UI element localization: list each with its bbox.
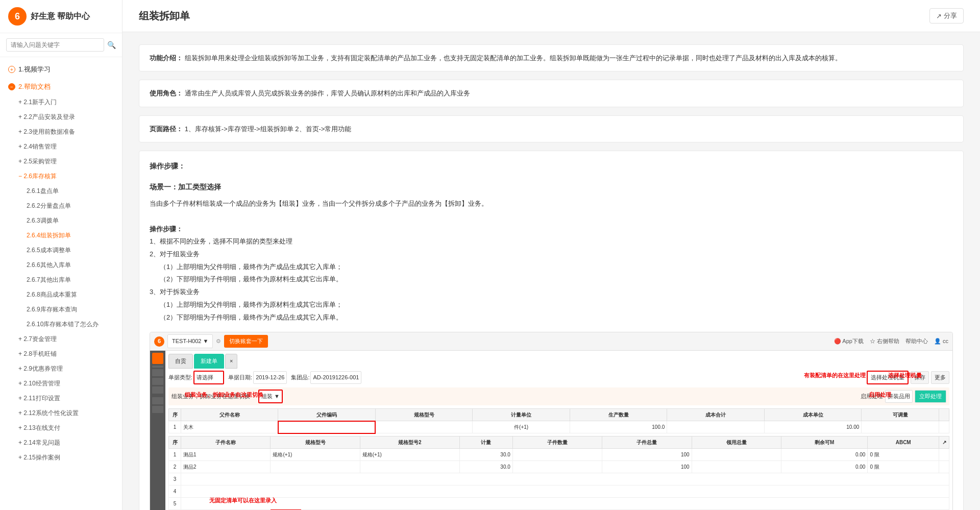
app-nav-item-3[interactable] [152,386,163,394]
td-row1-action [939,421,949,433]
td-c3-seq: 3 [169,473,181,485]
sidebar-item-mobile[interactable]: + 2.8手机旺铺 [0,347,122,361]
th-c-seq: 序 [169,436,181,448]
sidebar-item-ops[interactable]: + 2.10经营管理 [0,376,122,391]
share-button[interactable]: ↗ 分享 [929,8,964,23]
td-row1-code[interactable] [278,421,375,433]
sidebar-item-inventory[interactable]: − 2.6库存核算 [0,169,122,184]
sidebar-item-costadj[interactable]: 2.6.5成本调整单 [0,243,122,258]
app-save-btn[interactable]: 保存 [911,371,929,384]
app-top-icons: 🔴 App下载 ☆ 右侧帮助 帮助中心 👤 cc [834,336,948,347]
td-c2-remain: 0.00 [781,460,867,473]
app-assembly-select[interactable]: 组装 ▼ [258,390,283,403]
app-field-code-input[interactable]: AD-20191226-001 [310,371,361,384]
app-action-btns: 选择处理机量 保存 更多 [867,371,949,384]
sidebar-item-stocktake[interactable]: 2.6.1盘点单 [0,184,122,199]
sidebar-item-dataprep[interactable]: + 2.3使用前数据准备 [0,125,122,139]
app-field-type-input[interactable]: 请选择 [193,371,224,384]
sidebar-item-coupon[interactable]: + 2.9优惠券管理 [0,361,122,376]
share-label: 分享 [944,11,957,20]
app-company-select[interactable]: TEST-H002 ▼ [167,334,213,348]
page-title: 组装拆卸单 [139,9,190,23]
app-more-btn[interactable]: 更多 [931,371,949,384]
app-parent-table: 序 父件名称 父件编码 规格型号 计量单位 生产数量 成本合计 成本单位 可调量 [168,408,949,434]
th-c-unit: 计量 [460,436,513,448]
td-c2-action [939,460,949,473]
th-parent-code: 父件编码 [278,408,375,421]
td-c2-used [692,460,781,473]
sidebar: 6 好生意 帮助中心 🔍 + 1.视频学习 − 2.帮助文档 + 2.1新手入门 [0,0,122,510]
step2-1: （1）上部明细为父件明细，最终作为产成品生成其它入库单； [160,261,953,274]
app-field-code: 集团品: AD-20191226-001 [291,371,361,384]
sidebar-item-install-label: + 2.2产品安装及登录 [18,113,75,120]
th-c-ops: ↗ [939,436,949,448]
sidebar-item-assembly[interactable]: 2.6.4组装拆卸单 [0,228,122,243]
app-switch-btn[interactable]: 切换账套一下 [224,335,268,348]
app-process-btn[interactable]: 选择处理机量 [867,371,909,384]
td-row1-seq: 1 [169,421,181,433]
app-nav-item-5[interactable] [152,406,163,413]
app-tab-home[interactable]: 自贡 [168,354,193,369]
function-intro-label: 功能介绍： [150,54,183,62]
app-field-date-input[interactable]: 2019-12-26 [253,371,287,384]
sidebar-item-payment[interactable]: + 2.13在线支付 [0,421,122,435]
sidebar-item-newbie[interactable]: + 2.1新手入门 [0,95,122,110]
logo-text: 好生意 帮助中心 [31,11,90,22]
td-c2-seq: 2 [169,460,181,473]
sidebar-item-transfer[interactable]: 2.6.3调拨单 [0,213,122,228]
app-apply-btn[interactable]: 立即处理 [915,390,946,403]
plus-icon: + [8,66,15,73]
app-nav-divider [152,366,163,368]
app-enable-input[interactable]: 拼装品用 [885,390,913,403]
scenario1-title: 场景一：加工类型选择 [150,180,953,194]
search-input[interactable] [6,38,104,52]
step1: 1、根据不同的业务，选择不同单据的类型来处理 [150,235,953,248]
sidebar-item-cases[interactable]: + 2.15操作案例 [0,450,122,465]
step2: 2、对于组装业务 [150,248,953,261]
th-c-remain: 剩余可M [781,436,867,448]
sidebar-item-faq[interactable]: + 2.14常见问题 [0,435,122,450]
sidebar-item-otherout[interactable]: 2.6.7其他出库单 [0,273,122,287]
sidebar-item-purchase[interactable]: + 2.5采购管理 [0,154,122,169]
app-body: 自贡 新建单 × 单据类型: 请选择 单据日期: [150,351,952,510]
th-ops [939,408,949,421]
sidebar-item-accounterr[interactable]: 2.6.10库存账本错了怎么办 [0,317,122,332]
sidebar-item-sales[interactable]: + 2.4销售管理 [0,139,122,154]
sidebar-nav: + 1.视频学习 − 2.帮助文档 + 2.1新手入门 + 2.2产品安装及登录… [0,57,122,510]
app-tab-close[interactable]: × [225,354,237,369]
td-c5-seq: 5 [169,497,181,509]
sidebar-item-system[interactable]: + 2.12系统个性化设置 [0,406,122,421]
th-qty: 生产数量 [570,408,667,421]
td-row1-cost-total [667,421,764,433]
app-nav-item-1[interactable] [152,369,163,376]
sidebar-item-partial[interactable]: 2.6.2分量盘点单 [0,199,122,213]
app-icon-help: ☆ 右侧帮助 [870,336,899,347]
app-nav-item-2[interactable] [152,378,163,385]
app-sub-form: 组装业务，拆卸业务在这里切换 组装 ▼ 启用处理 拼装品用 立即处理 [168,387,949,405]
sidebar-item-print[interactable]: + 2.11打印设置 [0,391,122,406]
th-unit: 计量单位 [473,408,570,421]
sidebar-item-install[interactable]: + 2.2产品安装及登录 [0,110,122,125]
scenario1-title-text: 场景一：加工类型选择 [150,183,221,191]
sidebar-item-video[interactable]: + 1.视频学习 [0,61,122,78]
app-nav-item-active[interactable] [152,353,163,364]
sidebar-item-docs-label: 2.帮助文档 [18,82,51,91]
role-intro-box: 使用角色： 通常由生产人员或库管人员完成拆装业务的操作，库管人员确认原材料的出库… [139,80,964,107]
th-seq: 序 [169,408,181,421]
th-c-name: 子件名称 [181,436,271,448]
sidebar-item-costrecalc[interactable]: 2.6.8商品成本重算 [0,287,122,302]
td-row1-cost-unit: 10.00 [764,421,861,433]
sidebar-item-stockquery[interactable]: 2.6.9库存账本查询 [0,302,122,317]
td-c2-unit: 30.0 [460,460,513,473]
sidebar-item-otherin[interactable]: 2.6.6其他入库单 [0,258,122,273]
app-nav-item-4[interactable] [152,397,163,404]
app-enable-area: 启用处理 拼装品用 立即处理 [861,390,946,403]
td-c2-abcm: 0 限 [868,460,939,473]
sidebar-item-docs[interactable]: − 2.帮助文档 [0,79,122,95]
sidebar-item-finance[interactable]: + 2.7资金管理 [0,332,122,347]
td-c2-name: 测品2 [181,460,271,473]
app-tab-new[interactable]: 新建单 [194,354,224,369]
app-tabs: 自贡 新建单 × [168,354,949,369]
search-button[interactable]: 🔍 [107,41,116,49]
app-field-code-label: 集团品: [291,372,309,383]
